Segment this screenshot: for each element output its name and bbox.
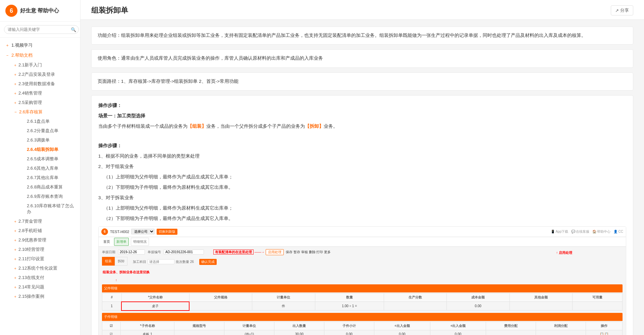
col-mu: 操作 — [586, 322, 623, 330]
col-bom: 计量单位 — [224, 322, 274, 330]
sidebar-item-assembly[interactable]: 2.6.4组装拆卸单 — [21, 145, 80, 154]
main-content: 组装拆卸单 ↗ 分享 功能介绍：组装拆卸单用来处理企业组装或拆卸等加工业务，支持… — [80, 0, 644, 335]
col-out-amount: +出入金额 — [430, 322, 486, 330]
cell-child-qty: 30.00 — [274, 330, 324, 335]
sidebar-item-partial-stocktake[interactable]: 2.6.2分量盘点单 — [21, 126, 80, 135]
cell-child-profit — [536, 330, 586, 335]
intro-block: 功能介绍：组装拆卸单用来处理企业组装或拆卸等加工业务，支持有固定装配清单的产品加… — [91, 26, 633, 45]
fake-child-table: ☑ *子件名称 规格型号 计量单位 出入数量 子件小计 +出入金额 +出入金额 — [102, 322, 623, 335]
sidebar-item-personalize[interactable]: ＋ 2.12系统个性化设置 — [8, 264, 80, 273]
search-icon[interactable]: 🔍 — [71, 27, 76, 32]
fake-brand-icon: 6 — [101, 228, 108, 235]
fake-home-link[interactable]: 首页 — [101, 238, 112, 245]
nav-sub-label: 2.9优惠券管理 — [18, 237, 46, 243]
plus-icon: ＋ — [13, 91, 17, 96]
step-intro: 操作步骤： — [98, 141, 626, 150]
scene-title: 场景一：加工类型选择 — [98, 113, 145, 118]
fake-tab-assembly[interactable]: 组装 — [102, 257, 115, 266]
plus-icon: ＋ — [13, 100, 17, 105]
sidebar-item-sales[interactable]: ＋ 2.4销售管理 — [8, 89, 80, 98]
sidebar-item-newbie[interactable]: ＋ 2.1新手入门 — [8, 60, 80, 70]
step2-2: （2）下部明细为子件明细，最终作为原材料生成其它出库单。 — [98, 183, 626, 192]
nav-sub-label: 2.6库存核算 — [19, 109, 43, 115]
sidebar-item-cases[interactable]: ＋ 2.15操作案例 — [8, 292, 80, 301]
sidebar-item-ledger-fix[interactable]: 2.6.10库存账本错了怎么办 — [21, 201, 80, 217]
cell-unit: 件 — [252, 302, 315, 311]
step3: 3、对于拆装业务 — [98, 193, 626, 202]
cell-check: ☑ — [102, 330, 121, 335]
plus-icon: ＋ — [13, 219, 17, 224]
sidebar-item-purchase[interactable]: ＋ 2.5采购管理 — [8, 98, 80, 107]
plus-icon: ＋ — [13, 266, 17, 271]
sidebar-item-helpdocs[interactable]: － 2.帮助文档 — [0, 50, 80, 60]
sidebar-item-payment[interactable]: ＋ 2.13在线支付 — [8, 273, 80, 282]
path-block: 页面路径：1、库存核算->库存管理->组装拆卸单 2、首页->常用功能 — [91, 72, 633, 91]
sidebar-item-stocktake[interactable]: 2.6.1盘点单 — [21, 117, 80, 126]
fake-num-input[interactable] — [164, 249, 204, 255]
share-button[interactable]: ↗ 分享 — [611, 5, 633, 15]
sidebar-item-coupon[interactable]: ＋ 2.9优惠券管理 — [8, 235, 80, 245]
fake-form-row2: 组装 拆卸 加工科目 批次数量 26 确认完成 — [102, 257, 623, 267]
sidebar-item-faq[interactable]: ＋ 2.14常见问题 — [8, 282, 80, 292]
cell-parent-name: 桌子 — [121, 302, 189, 311]
cell-other — [509, 302, 572, 311]
nav-sub-label: 2.2产品安装及登录 — [18, 71, 55, 77]
table-row: 1 桌子 件 1.00 ÷ 1 = 0.00 — [102, 302, 623, 311]
search-input[interactable] — [4, 25, 79, 34]
cell-child-spec — [174, 330, 224, 335]
sidebar-item-print[interactable]: ＋ 2.11打印设置 — [8, 254, 80, 264]
sidebar-item-cost-recalc[interactable]: 2.6.8商品成本重算 — [21, 182, 80, 192]
cell-index: 1 — [102, 302, 122, 311]
nav-sub-label: 2.14常见问题 — [18, 284, 44, 290]
col-prod-count: 生产分数 — [384, 293, 446, 302]
sidebar-item-cost-adjust[interactable]: 2.6.5成本调整单 — [21, 154, 80, 164]
sidebar-item-label: 2.帮助文档 — [11, 52, 33, 58]
fake-parent-table: # *父件名称 父件规格 计量单位 数量 生产分数 成本金额 其他金额 可用量 — [102, 293, 623, 311]
fake-new-order-btn[interactable]: 切换到新版 — [157, 229, 177, 235]
sidebar-item-transfer[interactable]: 2.6.3调拨单 — [21, 135, 80, 145]
sidebar-item-inventory[interactable]: － 2.6库存核算 — [8, 107, 80, 117]
fake-child-section-wrapper: 子件明细 ☑ *子件名称 规格型号 计量单位 出入数量 子 — [102, 313, 623, 335]
cell-child-name: 桌板 1 — [120, 330, 174, 335]
scene-desc: 当由多个子件材料组装成一个成品的业务为【组装】业务，当由一个父件拆分成多个子产品… — [98, 122, 626, 131]
sidebar-item-finance[interactable]: ＋ 2.7资金管理 — [8, 217, 80, 226]
fake-confirm-btn[interactable]: 确认完成 — [199, 259, 217, 265]
annotation-4: 组装业务、拆卸业务在这里切换 — [103, 269, 623, 276]
sidebar-sub-inventory: 2.6.1盘点单 2.6.2分量盘点单 2.6.3调拨单 2.6.4组装拆卸单 … — [8, 117, 80, 217]
fake-detail-tab[interactable]: 明细情况 — [131, 238, 149, 246]
fake-process-btn[interactable]: 启用处理 — [266, 249, 284, 255]
cell-child-cost — [486, 330, 536, 335]
plus-icon: ＋ — [13, 63, 17, 68]
fake-num-label: 单据编号 — [148, 249, 161, 256]
fake-app: 6 TEST-H002 选择公司 切换到新版 📱 App下载 💬 在线客服 🏠 … — [99, 227, 626, 335]
fake-company-select[interactable]: 选择公司 — [131, 229, 155, 234]
sidebar-item-install[interactable]: ＋ 2.2产品安装及登录 — [8, 70, 80, 79]
cell-child-op: 📋 📋 — [586, 330, 623, 335]
sidebar-item-videos[interactable]: ＋ 1.视频学习 — [0, 40, 80, 50]
plus-icon: ＋ — [13, 247, 17, 252]
sidebar-item-inventory-ledger[interactable]: 2.6.9库存账本查询 — [21, 192, 80, 201]
table-row: ☑ 桌板 1 (件÷1) 30.00 0.00 0.00 0.00 — [102, 330, 623, 335]
main-header: 组装拆卸单 ↗ 分享 — [80, 0, 644, 20]
sidebar-item-other-out[interactable]: 2.6.7其他出库单 — [21, 173, 80, 182]
nav-sub-label: 2.5采购管理 — [18, 100, 42, 106]
fake-subject-input[interactable] — [148, 259, 174, 264]
cell-child-unit: (件÷1) — [224, 330, 274, 335]
nav-sub-label: 2.11打印设置 — [18, 256, 44, 262]
cell-prod — [384, 302, 446, 311]
step3-1: （1）上部明细为父件明细，最终作为原材料生成其它出库单； — [98, 204, 626, 213]
fake-app-bar: 6 TEST-H002 选择公司 切换到新版 📱 App下载 💬 在线客服 🏠 … — [99, 227, 626, 237]
col-in-amount: +出入金额 — [374, 322, 430, 330]
sidebar-item-other-in[interactable]: 2.6.6其他入库单 — [21, 164, 80, 173]
sidebar-item-mobile[interactable]: ＋ 2.8手机旺铺 — [8, 226, 80, 235]
sidebar: 6 好生意 帮助中心 🔍 ＋ 1.视频学习 － 2.帮助文档 ＋ 2.1新手入门… — [0, 0, 80, 335]
logo-icon: 6 — [5, 5, 17, 17]
fake-date-input[interactable] — [118, 249, 145, 255]
sidebar-item-ops[interactable]: ＋ 2.10经营管理 — [8, 245, 80, 254]
fake-parent-section: 父件明细 — [102, 284, 623, 292]
fake-tab-disassembly[interactable]: 拆卸 — [115, 257, 127, 266]
sidebar-item-data-prep[interactable]: ＋ 2.3使用前数据准备 — [8, 79, 80, 89]
col-child-spec2: 规格型号 — [174, 322, 224, 330]
plus-icon: ＋ — [13, 228, 17, 233]
fake-active-tab[interactable]: 新增单 — [114, 238, 129, 246]
